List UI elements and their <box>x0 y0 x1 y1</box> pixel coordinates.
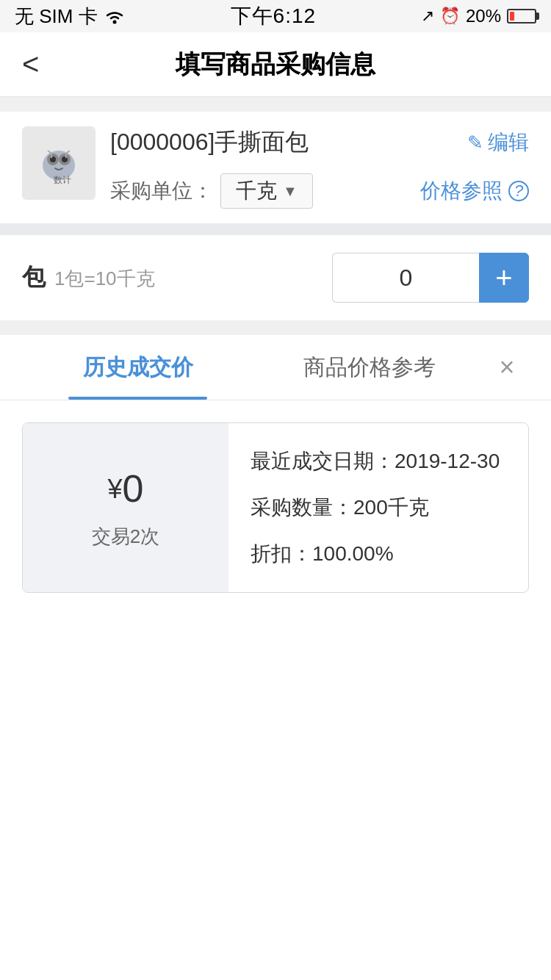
history-price-summary: ¥0 交易2次 <box>23 423 228 592</box>
unit-value: 千克 <box>236 177 277 205</box>
battery-fill <box>510 12 514 21</box>
price-ref-label: 价格参照 <box>420 177 503 205</box>
nav-bar: < 填写商品采购信息 <box>0 32 551 97</box>
battery-percent: 20% <box>466 6 501 26</box>
tab-price-ref-label: 商品价格参考 <box>303 353 436 383</box>
product-card: 数计 [0000006]手撕面包 ✎ 编辑 采购单位： 千克 ▼ <box>0 112 551 223</box>
quantity-unit-tag: 包 <box>22 262 46 294</box>
status-bar: 无 SIM 卡 下午6:12 ↗ ⏰ 20% <box>0 0 551 32</box>
history-trade-count: 交易2次 <box>92 524 159 550</box>
alarm-icon: ⏰ <box>440 7 460 26</box>
recent-date-value: 2019-12-30 <box>395 450 500 472</box>
tabs-header: 历史成交价 商品价格参考 × <box>0 335 551 400</box>
price-ref-button[interactable]: 价格参照 ? <box>420 177 529 205</box>
discount-row: 折扣：100.00% <box>251 538 506 571</box>
tab-close-button[interactable]: × <box>485 345 529 389</box>
tab-history-label: 历史成交价 <box>83 353 193 383</box>
price-ref-info-icon: ? <box>508 181 529 201</box>
recent-date-label: 最近成交日期： <box>251 450 395 472</box>
status-carrier: 无 SIM 卡 <box>15 4 126 29</box>
quantity-input-wrapper: + <box>332 253 529 303</box>
tab-active-indicator <box>68 397 207 400</box>
recent-date-row: 最近成交日期：2019-12-30 <box>251 445 506 478</box>
unit-label: 采购单位： <box>110 177 213 205</box>
battery-icon <box>507 9 536 24</box>
quantity-label: 包 1包=10千克 <box>22 262 155 294</box>
product-logo-icon: 数计 <box>33 137 84 189</box>
discount-value: 100.00% <box>312 542 394 565</box>
quantity-plus-button[interactable]: + <box>479 253 529 303</box>
bottom-space <box>0 615 551 980</box>
location-icon: ↗ <box>421 7 434 26</box>
edit-icon: ✎ <box>467 131 483 154</box>
history-details: 最近成交日期：2019-12-30 采购数量：200千克 折扣：100.00% <box>228 423 528 592</box>
unit-select-dropdown[interactable]: 千克 ▼ <box>220 173 313 209</box>
unit-row: 采购单位： 千克 ▼ 价格参照 ? <box>110 173 529 209</box>
tabs-section: 历史成交价 商品价格参考 × ¥0 交易2次 最近成交日期：2019-12-30 <box>0 335 551 980</box>
product-image: 数计 <box>22 126 96 200</box>
dropdown-arrow-icon: ▼ <box>283 183 298 200</box>
svg-point-0 <box>112 21 116 24</box>
currency-symbol: ¥ <box>108 474 123 505</box>
wifi-icon <box>104 8 126 24</box>
product-name: [0000006]手撕面包 <box>110 126 309 159</box>
edit-label: 编辑 <box>488 129 529 156</box>
purchase-qty-value: 200千克 <box>353 496 429 519</box>
price-number: 0 <box>123 467 144 510</box>
svg-text:数计: 数计 <box>54 175 71 185</box>
edit-button[interactable]: ✎ 编辑 <box>467 129 529 156</box>
quantity-conversion: 1包=10千克 <box>54 266 155 292</box>
quantity-input[interactable] <box>332 253 479 303</box>
quantity-row: 包 1包=10千克 + <box>0 235 551 320</box>
status-time: 下午6:12 <box>231 2 317 30</box>
plus-icon: + <box>495 262 512 295</box>
back-arrow-icon: < <box>22 48 39 81</box>
product-header: 数计 [0000006]手撕面包 ✎ 编辑 采购单位： 千克 ▼ <box>22 126 529 209</box>
status-icons: ↗ ⏰ 20% <box>421 6 536 26</box>
purchase-qty-label: 采购数量： <box>251 496 353 519</box>
history-content: ¥0 交易2次 最近成交日期：2019-12-30 采购数量：200千克 折扣：… <box>0 400 551 615</box>
history-card: ¥0 交易2次 最近成交日期：2019-12-30 采购数量：200千克 折扣：… <box>22 422 529 593</box>
purchase-qty-row: 采购数量：200千克 <box>251 491 506 525</box>
product-info: [0000006]手撕面包 ✎ 编辑 采购单位： 千克 ▼ 价格参照 ? <box>110 126 529 209</box>
discount-label: 折扣： <box>251 542 312 565</box>
back-button[interactable]: < <box>22 48 39 81</box>
section-divider <box>0 223 551 235</box>
product-name-row: [0000006]手撕面包 ✎ 编辑 <box>110 126 529 159</box>
page-title: 填写商品采购信息 <box>176 48 375 82</box>
tab-history-price[interactable]: 历史成交价 <box>22 335 253 400</box>
tab-price-reference[interactable]: 商品价格参考 <box>253 335 485 400</box>
history-price-value: ¥0 <box>108 466 144 511</box>
close-icon: × <box>499 352 514 383</box>
carrier-text: 无 SIM 卡 <box>15 4 98 29</box>
